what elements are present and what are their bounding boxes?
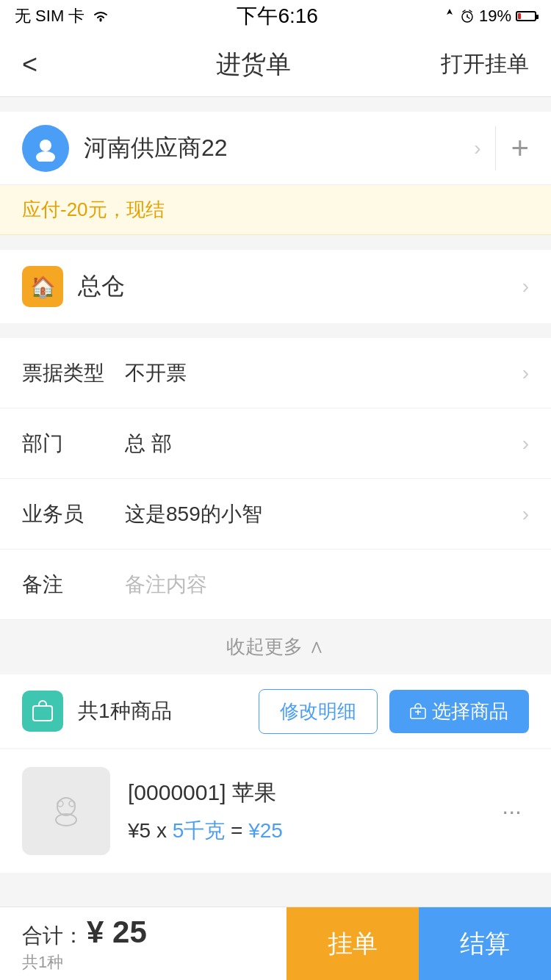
product-icon [22, 691, 63, 732]
dept-value: 总 部 [118, 430, 522, 458]
cart-icon [410, 703, 426, 719]
supplier-name: 河南供应商22 [84, 132, 474, 165]
svg-point-5 [40, 140, 51, 151]
remark-placeholder[interactable]: 备注内容 [118, 571, 529, 599]
open-hang-button[interactable]: 打开挂单 [441, 49, 529, 79]
wifi-icon [90, 9, 111, 24]
product-price-row: ¥5 x 5千克 = ¥25 [128, 817, 494, 845]
product-info: [0000001] 苹果 ¥5 x 5千克 = ¥25 [128, 778, 494, 845]
supplier-chevron-icon: › [474, 137, 480, 160]
invoice-value: 不开票 [118, 359, 522, 387]
status-time: 下午6:16 [237, 2, 318, 30]
select-product-button[interactable]: 选择商品 [389, 690, 529, 733]
dept-chevron-icon: › [522, 432, 529, 455]
bottom-bar: 合计： ¥ 25 共1种 挂单 结算 [0, 907, 551, 980]
svg-line-3 [463, 10, 465, 12]
battery-icon [516, 11, 536, 21]
product-qty: 5千克 [173, 819, 226, 842]
total-section: 合计： ¥ 25 共1种 [0, 907, 287, 980]
product-more-button[interactable]: ··· [494, 798, 529, 825]
divider-3 [0, 323, 551, 338]
product-name: [0000001] 苹果 [128, 778, 494, 808]
dept-label: 部门 [22, 430, 118, 458]
total-label: 合计： [22, 922, 84, 950]
product-item: [0000001] 苹果 ¥5 x 5千克 = ¥25 ··· [0, 749, 551, 873]
status-indicators: 19% [444, 7, 536, 26]
svg-line-4 [469, 10, 472, 12]
warehouse-chevron-icon: › [522, 275, 529, 298]
carrier-text: 无 SIM 卡 [15, 5, 84, 27]
location-icon [444, 9, 455, 24]
sales-label: 业务员 [22, 500, 118, 528]
checkout-button[interactable]: 结算 [419, 907, 551, 980]
warehouse-name: 总仓 [78, 270, 522, 303]
collapse-label: 收起更多 ∧ [226, 634, 324, 660]
back-button[interactable]: < [22, 49, 66, 80]
nav-bar: < 进货单 打开挂单 [0, 32, 551, 97]
invoice-chevron-icon: › [522, 361, 529, 385]
unit-price: ¥5 [128, 819, 151, 842]
alarm-icon [460, 9, 475, 24]
sales-row[interactable]: 业务员 这是859的小智 › [0, 479, 551, 550]
product-count-label: 共1种商品 [78, 697, 259, 725]
product-thumbnail [22, 767, 110, 855]
total-amount: ¥ 25 [87, 915, 147, 950]
remark-row[interactable]: 备注 备注内容 [0, 550, 551, 620]
edit-detail-button[interactable]: 修改明细 [259, 689, 378, 734]
sales-chevron-icon: › [522, 502, 529, 526]
add-supplier-button[interactable]: + [511, 131, 529, 166]
dept-row[interactable]: 部门 总 部 › [0, 408, 551, 479]
form-section: 票据类型 不开票 › 部门 总 部 › 业务员 这是859的小智 › 备注 备注… [0, 338, 551, 620]
select-product-label: 选择商品 [432, 699, 508, 724]
product-code: [0000001] [128, 780, 226, 804]
collapse-bar[interactable]: 收起更多 ∧ [0, 620, 551, 673]
product-header: 共1种商品 修改明细 选择商品 [0, 674, 551, 748]
total-count: 共1种 [22, 951, 264, 973]
supplier-avatar [22, 125, 69, 172]
page-title: 进货单 [216, 48, 291, 82]
supplier-row[interactable]: 河南供应商22 › + [0, 112, 551, 185]
vertical-divider [495, 126, 496, 170]
hang-button[interactable]: 挂单 [287, 907, 419, 980]
invoice-label: 票据类型 [22, 359, 118, 387]
svg-point-6 [36, 151, 55, 162]
svg-line-2 [467, 17, 469, 18]
notice-bar: 应付-20元，现结 [0, 185, 551, 235]
status-carrier: 无 SIM 卡 [15, 5, 111, 27]
warehouse-icon: 🏠 [22, 266, 63, 307]
svg-rect-7 [33, 706, 52, 721]
divider-top [0, 97, 551, 112]
product-total: ¥25 [248, 819, 283, 842]
sales-value: 这是859的小智 [118, 500, 522, 528]
divider-2 [0, 235, 551, 250]
invoice-row[interactable]: 票据类型 不开票 › [0, 338, 551, 408]
warehouse-section: 🏠 总仓 › [0, 250, 551, 323]
status-bar: 无 SIM 卡 下午6:16 19% [0, 0, 551, 32]
battery-text: 19% [479, 7, 511, 26]
supplier-section: 河南供应商22 › + 应付-20元，现结 [0, 112, 551, 235]
product-display-name: 苹果 [232, 780, 276, 804]
remark-label: 备注 [22, 571, 118, 599]
warehouse-row[interactable]: 🏠 总仓 › [0, 250, 551, 323]
